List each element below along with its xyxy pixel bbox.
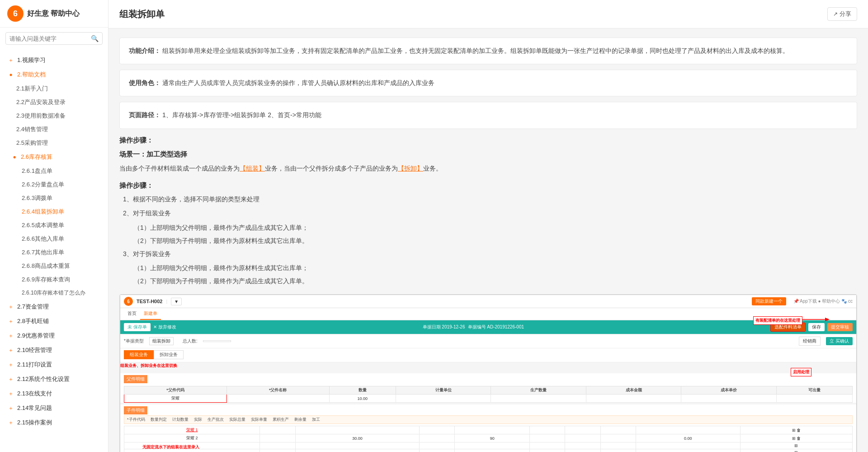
brand-name: 好生意 帮助中心 — [27, 9, 80, 19]
sidebar-item-2-6-5[interactable]: 2.6.5成本调整单 — [0, 219, 108, 232]
step-3-1: （1）上部明细为父件明细，最终作为原材料生成其它出库单； — [134, 262, 857, 274]
role-text: 通常由生产人员或库管人员完成拆装业务的操作，库管人员确认原材料的出库和产成品的入… — [162, 79, 434, 86]
function-intro-text: 组装拆卸单用来处理企业组装或拆卸等加工业务，支持有固定装配清单的产品加工业务，也… — [162, 47, 789, 54]
mock-lower-header: 子件明细 — [124, 406, 147, 414]
plus-icon-2-13: ＋ — [7, 390, 14, 397]
sidebar-item-2-9[interactable]: ＋ 2.9优惠券管理 — [0, 328, 108, 343]
sidebar-item-2-6[interactable]: ● 2.6库存核算 — [0, 150, 108, 164]
screenshot-inner: 6 TEST-H002 | ▼ 同款新建一个 📌 App下载 ● 帮助中心 🐾 … — [120, 295, 857, 452]
mock-upper-th-avail: 可出量 — [776, 386, 852, 395]
sidebar-item-2-6-7[interactable]: 2.6.7其他出库单 — [0, 246, 108, 259]
sidebar-item-2-7[interactable]: ＋ 2.7资金管理 — [0, 300, 108, 314]
annotation-type: 组装业务、拆卸业务在这里切换 — [120, 363, 177, 369]
mock-nav-new[interactable]: 新建单 — [140, 308, 161, 320]
search-box[interactable]: 🔍 — [5, 32, 103, 45]
mock-divider: | — [166, 299, 167, 304]
mock-tab-assembly[interactable]: 组装业务 — [124, 350, 154, 359]
sidebar-item-2-10[interactable]: ＋ 2.10经营管理 — [0, 343, 108, 357]
share-button[interactable]: ↗ 分享 — [827, 7, 857, 21]
sidebar-item-2-5[interactable]: 2.5采购管理 — [0, 136, 108, 150]
sidebar-item-2-6-6[interactable]: 2.6.6其他入库单 — [0, 232, 108, 246]
sidebar-item-docs[interactable]: ● 2.帮助文档 — [0, 67, 108, 82]
minus-icon-2: ● — [11, 153, 18, 161]
mock-field-type-label: *单据类型 — [124, 338, 144, 344]
sidebar-item-2-4[interactable]: 2.4销售管理 — [0, 123, 108, 136]
mock-lower-row-3: ⊞ — [124, 442, 853, 449]
mock-lower-row-2: 荣耀 2 30.00 90 0.00 ⊞ 🗑 — [124, 434, 853, 442]
sidebar-item-2-3[interactable]: 2.3使用前数据准备 — [0, 109, 108, 123]
mock-type-tabs: 组装业务 拆卸业务 — [124, 350, 853, 359]
sidebar-item-2-15[interactable]: ＋ 2.15操作案例 — [0, 415, 108, 430]
step-1: 1、根据不同的业务，选择不同单据的类型来处理 — [123, 194, 857, 205]
mock-upper-th-unitcost: 成本单价 — [681, 386, 776, 395]
page-title: 组装拆卸单 — [119, 8, 165, 20]
steps-heading: 操作步骤： — [119, 181, 857, 190]
ops-heading: 操作步骤： — [119, 136, 857, 145]
screenshot-container: 6 TEST-H002 | ▼ 同款新建一个 📌 App下载 ● 帮助中心 🐾 … — [119, 294, 857, 452]
mock-field-type-val: 组装拆卸 — [149, 337, 174, 345]
mock-upper-header: 父件明细 — [124, 375, 147, 383]
mock-upper-cell-qty: 10.00 — [329, 395, 396, 403]
share-icon: ↗ — [833, 11, 838, 17]
mock-app: 6 TEST-H002 | ▼ 同款新建一个 📌 App下载 ● 帮助中心 🐾 … — [120, 295, 857, 452]
sidebar-item-2-13[interactable]: ＋ 2.13在线支付 — [0, 386, 108, 401]
mock-upper-row-1: 荣耀 10.00 — [124, 395, 853, 403]
mock-nav: 首页 新建单 — [120, 308, 856, 320]
svg-marker-1 — [825, 318, 830, 321]
sidebar-item-2-8[interactable]: ＋ 2.8手机旺铺 — [0, 314, 108, 328]
mock-tb-save: 保存 — [808, 323, 825, 331]
mock-lower-table: 荣耀 1 ⊞ 🗑 荣耀 2 30. — [124, 426, 853, 452]
sidebar-item-2-6-10[interactable]: 2.6.10库存账本错了怎么办 — [0, 286, 108, 300]
annotation-nofixed: 无固定流水下的组装在这里录入 — [142, 444, 199, 450]
sidebar-item-2-6-2[interactable]: 2.6.2分量盘点单 — [0, 178, 108, 191]
mock-confirm-btn: 立 买确认 — [826, 337, 853, 345]
mock-nav-home[interactable]: 首页 — [124, 308, 140, 320]
mock-org-field: 经销商 — [799, 337, 821, 346]
mock-lower-row-1: 荣耀 1 ⊞ 🗑 — [124, 426, 853, 434]
sidebar-item-2-1[interactable]: 2.1新手入门 — [0, 82, 108, 95]
search-input[interactable] — [9, 35, 91, 42]
content-area: 功能介绍： 组装拆卸单用来处理企业组装或拆卸等加工业务，支持有固定装配清单的产品… — [108, 29, 868, 452]
mock-tab-disassembly[interactable]: 拆卸业务 — [154, 350, 184, 359]
annotation-arrow-config — [802, 316, 830, 324]
step-2-2: （2）下部明细为子件明细，最终作为原材料生成其它出库单。 — [134, 235, 857, 247]
ops-section: 操作步骤： 场景一：加工类型选择 当由多个子件材料组装成一个成品的业务为【组装】… — [119, 136, 857, 452]
mock-tb-date: 单据日期 2019-12-26 — [423, 324, 465, 330]
mock-logo-icon: 6 — [124, 297, 133, 306]
mock-upper-cell-name — [226, 395, 329, 403]
mock-company: TEST-H002 — [137, 299, 162, 304]
function-intro-label: 功能介绍： — [129, 47, 160, 54]
plus-icon-2-14: ＋ — [7, 404, 14, 412]
mock-upper-th-prodqty: 生产数量 — [491, 386, 586, 395]
sidebar-item-video[interactable]: ＋ 1.视频学习 — [0, 53, 108, 67]
mock-qty-label: 总人数: — [183, 338, 198, 344]
sidebar-item-2-12[interactable]: ＋ 2.12系统个性化设置 — [0, 372, 108, 386]
sidebar-item-2-6-3[interactable]: 2.6.3调拨单 — [0, 191, 108, 205]
path-block: 页面路径： 1、库存核算->库存管理->组装拆卸单 2、首页->常用功能 — [119, 102, 857, 128]
function-intro-block: 功能介绍： 组装拆卸单用来处理企业组装或拆卸等加工业务，支持有固定装配清单的产品… — [119, 38, 857, 64]
sidebar-item-2-14[interactable]: ＋ 2.14常见问题 — [0, 401, 108, 415]
mock-upper-table-container: 父件明细 *父件代码 *父件名称 数量 计量单位 生产数量 — [120, 373, 856, 403]
step-list: 1、根据不同的业务，选择不同单据的类型来处理 2、对于组装业务 （1）上部明细为… — [123, 194, 857, 287]
minus-icon: ● — [7, 71, 14, 78]
search-button[interactable]: 🔍 — [91, 35, 99, 42]
plus-icon-2-15: ＋ — [7, 419, 14, 426]
sidebar-item-2-6-9[interactable]: 2.6.9库存账本查询 — [0, 273, 108, 286]
plus-icon-2-12: ＋ — [7, 376, 14, 383]
plus-icon: ＋ — [7, 57, 14, 64]
mock-tb-btn2: ✕ 放弃修改 — [153, 324, 176, 330]
role-label: 使用角色： — [129, 79, 160, 86]
sidebar-item-2-6-4[interactable]: 2.6.4组装拆卸单 — [0, 205, 108, 219]
sidebar-item-2-11[interactable]: ＋ 2.11打印设置 — [0, 357, 108, 372]
mock-upper-th-name: *父件名称 — [226, 386, 329, 395]
plus-icon-2-9: ＋ — [7, 332, 14, 339]
mock-form-row: *单据类型 组装拆卸 总人数: 经销商 立 买确认 — [120, 334, 856, 348]
step-3-children: （1）上部明细为父件明细，最终作为原材料生成其它出库单； （2）下部明细为子件明… — [134, 262, 857, 287]
path-text: 1、库存核算->库存管理->组装拆卸单 2、首页->常用功能 — [162, 111, 321, 119]
mock-type-section: 组装业务 拆卸业务 组装业务、拆卸业务在这里切换 — [120, 348, 856, 362]
sidebar-item-2-6-8[interactable]: 2.6.8商品成本重算 — [0, 259, 108, 273]
mock-lower-subheader: *子件代码 数量判定 计划数量 实际 生产批次 实际总量 实际单量 累积生产 剩… — [124, 415, 853, 424]
mock-upper-th-unit: 计量单位 — [396, 386, 491, 395]
sidebar-item-2-6-1[interactable]: 2.6.1盘点单 — [0, 164, 108, 178]
sidebar-item-2-2[interactable]: 2.2产品安装及登录 — [0, 95, 108, 109]
